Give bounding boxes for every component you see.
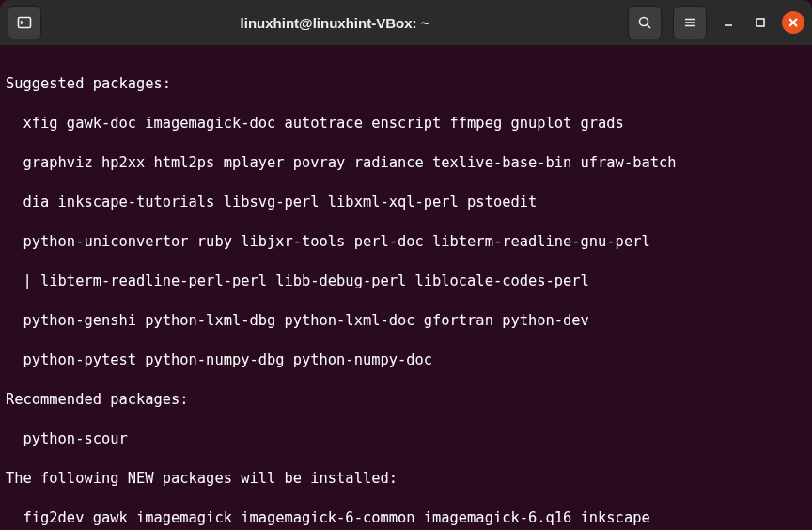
svg-rect-0 (19, 18, 31, 28)
terminal-line: fig2dev gawk imagemagick imagemagick-6-c… (6, 508, 804, 528)
terminal-icon (17, 15, 32, 30)
search-icon (637, 15, 652, 30)
maximize-button[interactable] (750, 12, 771, 33)
terminal-line: Suggested packages: (6, 74, 804, 94)
search-button[interactable] (628, 6, 662, 39)
svg-rect-2 (757, 19, 764, 26)
terminal-line: python-uniconvertor ruby libjxr-tools pe… (6, 232, 804, 252)
terminal-line: xfig gawk-doc imagemagick-doc autotrace … (6, 114, 804, 133)
minimize-icon (722, 16, 735, 29)
terminal-line: python-scour (6, 429, 804, 449)
terminal-line: dia inkscape-tutorials libsvg-perl libxm… (6, 193, 804, 212)
terminal-line: | libterm-readline-perl-perl libb-debug-… (6, 272, 804, 291)
terminal-line: graphviz hp2xx html2ps mplayer povray ra… (6, 153, 804, 173)
window-title: linuxhint@linuxhint-VBox: ~ (49, 15, 620, 31)
titlebar-right (628, 6, 804, 39)
new-tab-button[interactable] (8, 6, 41, 39)
hamburger-icon (682, 15, 697, 30)
menu-button[interactable] (673, 6, 707, 39)
svg-point-1 (640, 18, 648, 26)
maximize-icon (754, 16, 767, 29)
terminal-body[interactable]: Suggested packages: xfig gawk-doc imagem… (0, 45, 812, 530)
terminal-line: Recommended packages: (6, 390, 804, 410)
close-icon (789, 18, 798, 27)
terminal-line: The following NEW packages will be insta… (6, 469, 804, 489)
terminal-line: python-genshi python-lxml-dbg python-lxm… (6, 311, 804, 331)
terminal-line: python-pytest python-numpy-dbg python-nu… (6, 351, 804, 370)
title-bar: linuxhint@linuxhint-VBox: ~ (0, 0, 812, 45)
minimize-button[interactable] (718, 12, 739, 33)
close-button[interactable] (782, 11, 804, 34)
